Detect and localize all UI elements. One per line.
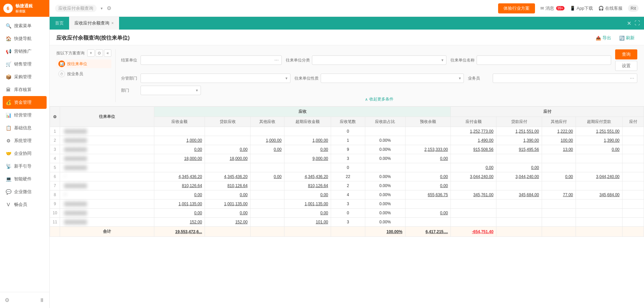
cell-ys-yy-7[interactable]: 0.00: [405, 181, 451, 190]
cell-ys-cq-2[interactable]: 1,000.00: [284, 136, 331, 145]
collapse-more-btn[interactable]: ∧ 收起更多条件: [365, 96, 393, 102]
cell-ys-je-11[interactable]: 152.00: [154, 218, 205, 227]
cell-ys-cq-7[interactable]: 810,126.64: [284, 181, 331, 190]
cell-ys-yy-6[interactable]: 0.00: [405, 172, 451, 181]
header-dropdown-arrow[interactable]: ▾: [101, 6, 103, 11]
sidebar-item-inventory[interactable]: 🏛 库存核算: [0, 83, 49, 96]
sidebar-item-sales[interactable]: 🛒 销售管理: [0, 58, 49, 71]
sidebar-item-basic[interactable]: 📋 基础信息: [0, 122, 49, 134]
cell-yf-je-8[interactable]: 345,761.00: [451, 190, 496, 200]
sidebar-item-member[interactable]: V 畅会员: [0, 198, 49, 211]
cell-yf-je-3[interactable]: 915,508.56: [451, 145, 496, 154]
settings-bottom-icon[interactable]: ⚙: [3, 296, 11, 305]
sidebar-item-purchase[interactable]: 📦 采购管理: [0, 71, 49, 83]
footer-yf-je[interactable]: -654,751.40: [451, 227, 496, 237]
cell-yf-dk-8[interactable]: 345,684.00: [496, 190, 542, 200]
cell-yf-je-2[interactable]: 1,490.00: [451, 136, 496, 145]
online-service-btn[interactable]: 🎧 在线客服: [598, 5, 623, 11]
footer-ys-yy[interactable]: 6,417,215....: [405, 227, 451, 237]
cell-yf-je-5[interactable]: 0.00: [451, 163, 496, 172]
cell-ys-je-3[interactable]: 0.00: [154, 145, 205, 154]
input-jsdw[interactable]: ···: [141, 55, 282, 65]
app-download-btn[interactable]: 📱 App下载: [570, 5, 593, 11]
export-btn[interactable]: 📤 导出: [593, 34, 614, 42]
cell-ys-cq-11[interactable]: 101.00: [284, 218, 331, 227]
user-profile[interactable]: Rit: [628, 5, 639, 12]
collapse-sidebar-icon[interactable]: ⏸: [38, 296, 46, 305]
cell-yf-cq-3[interactable]: 0.00: [576, 145, 623, 154]
cell-yf-je-1[interactable]: 1,252,773.00: [451, 127, 496, 136]
table-settings-col[interactable]: ⚙: [50, 107, 60, 127]
cell-ys-dk-8[interactable]: 0.00: [205, 190, 251, 200]
sidebar-item-guide[interactable]: 📡 新手引导: [0, 160, 49, 173]
cell-yf-qt-2[interactable]: 100.00: [542, 136, 576, 145]
cell-ys-dk-10[interactable]: 0.00: [205, 209, 251, 218]
cell-ys-je-9[interactable]: 1,001,135.00: [154, 200, 205, 209]
jsdw-dots[interactable]: ···: [274, 57, 279, 63]
cell-ys-cq-6[interactable]: 4,345,436.20: [284, 172, 331, 181]
cell-ys-qt-2[interactable]: 1,000.00: [251, 136, 284, 145]
collapse-scheme-btn[interactable]: «: [104, 49, 111, 57]
cell-ys-yy-10[interactable]: 0.00: [405, 209, 451, 218]
message-btn[interactable]: ✉ 消息 99+: [540, 5, 565, 11]
tab-query[interactable]: 应收应付余额查询 ×: [69, 17, 119, 30]
cell-ys-yy-3[interactable]: 2,153,333.00: [405, 145, 451, 154]
cell-ys-cq-3[interactable]: 0.00: [284, 145, 331, 154]
cell-ys-je-6[interactable]: 4,345,436.20: [154, 172, 205, 181]
cell-ys-cq-10[interactable]: 0.00: [284, 209, 331, 218]
cell-ys-dk-3[interactable]: 0.00: [205, 145, 251, 154]
sidebar-item-finance[interactable]: 💰 资金管理: [3, 96, 47, 109]
cell-ys-je-2[interactable]: 1,000.00: [154, 136, 205, 145]
header-gear-icon[interactable]: ⚙: [107, 5, 111, 11]
cell-yf-dk-2[interactable]: 1,390.00: [496, 136, 542, 145]
footer-ys-je[interactable]: 19,553,472,6...: [154, 227, 205, 237]
cell-yf-qt-3[interactable]: 13.00: [542, 145, 576, 154]
select-lwdwxz[interactable]: ▾: [321, 74, 464, 83]
sidebar-item-collab[interactable]: 🤝 企业协同: [0, 147, 49, 160]
cell-yf-cq-1[interactable]: 1,251,551.00: [576, 127, 623, 136]
cell-yf-dk-3[interactable]: 915,495.56: [496, 145, 542, 154]
cell-ys-je-10[interactable]: 0.00: [154, 209, 205, 218]
cell-ys-cq-8[interactable]: 0.00: [284, 190, 331, 200]
cell-ys-cq-9[interactable]: 1,001,135.00: [284, 200, 331, 209]
sidebar-item-quicknav[interactable]: 🏠 快捷导航: [0, 32, 49, 45]
tab-close-btn[interactable]: ✕: [627, 20, 631, 27]
cell-ys-dk-4[interactable]: 18,000.00: [205, 154, 251, 163]
cell-ys-yy-8[interactable]: 655,636.75: [405, 190, 451, 200]
cell-ys-dk-7[interactable]: 810,126.64: [205, 181, 251, 190]
sidebar-item-operations[interactable]: 📊 经营管理: [0, 109, 49, 122]
set-button[interactable]: 设置: [615, 61, 637, 71]
cell-yf-qt-8[interactable]: 77.00: [542, 190, 576, 200]
cell-ys-dk-6[interactable]: 4,345,436.20: [205, 172, 251, 181]
cell-ys-dk-11[interactable]: 152.00: [205, 218, 251, 227]
select-fgbm[interactable]: ▾: [141, 74, 290, 83]
tab-close-icon[interactable]: ×: [111, 21, 114, 26]
cell-ys-qt-3[interactable]: 0.00: [251, 145, 284, 154]
refresh-btn[interactable]: 🔄 刷新: [616, 34, 637, 42]
cell-yf-qt-6[interactable]: 0.00: [542, 172, 576, 181]
cell-yf-cq-6[interactable]: 3,044,240.00: [576, 172, 623, 181]
cell-ys-je-4[interactable]: 18,000.00: [154, 154, 205, 163]
trial-btn[interactable]: 体验行业方案: [498, 3, 535, 13]
edit-scheme-btn[interactable]: ⊙: [96, 49, 103, 57]
sidebar-item-wechat[interactable]: 💬 企业微信: [0, 185, 49, 198]
sidebar-item-marketing[interactable]: 📢 营销推广: [0, 45, 49, 58]
sidebar-item-hardware[interactable]: 💻 智能硬件: [0, 173, 49, 185]
input-ywy[interactable]: ···: [493, 74, 637, 83]
cell-yf-dk-6[interactable]: 3,044,240.00: [496, 172, 542, 181]
tab-maximize-btn[interactable]: ⛶: [635, 20, 640, 26]
scheme-item-staff[interactable]: ⏱ 按业务员: [56, 70, 111, 78]
cell-yf-dk-5[interactable]: 0.00: [496, 163, 542, 172]
sidebar-item-system[interactable]: ⚙ 系统管理: [0, 134, 49, 147]
cell-ys-qt-6[interactable]: 0.00: [251, 172, 284, 181]
cell-ys-je-7[interactable]: 810,126.64: [154, 181, 205, 190]
select-bm[interactable]: ▾: [141, 86, 201, 95]
cell-yf-dk-1[interactable]: 1,251,551.00: [496, 127, 542, 136]
add-scheme-btn[interactable]: +: [87, 49, 95, 57]
cell-yf-je-6[interactable]: 3,044,240.00: [451, 172, 496, 181]
cell-ys-cq-4[interactable]: 9,000.00: [284, 154, 331, 163]
cell-ys-je-8[interactable]: 0.00: [154, 190, 205, 200]
query-button[interactable]: 查询: [615, 49, 637, 59]
cell-ys-yy-4[interactable]: 0.00: [405, 154, 451, 163]
cell-ys-dk-9[interactable]: 1,001,135.00: [205, 200, 251, 209]
